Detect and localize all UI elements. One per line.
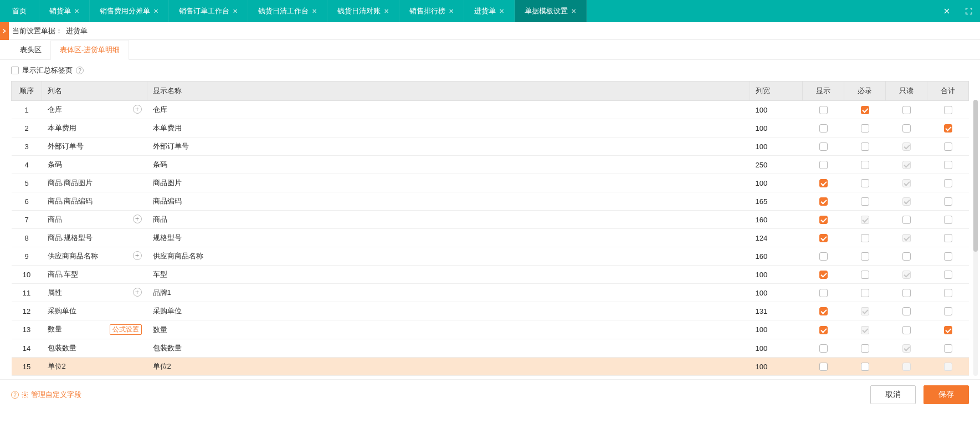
cell-width[interactable]: 100 xyxy=(750,358,803,376)
cell-display-name[interactable]: 商品图片 xyxy=(147,174,750,192)
checkbox[interactable] xyxy=(819,271,828,279)
checkbox[interactable] xyxy=(861,124,869,133)
cell-width[interactable]: 160 xyxy=(750,211,803,229)
cell-width[interactable]: 100 xyxy=(750,284,803,302)
cell-display-name[interactable]: 商品编码 xyxy=(147,192,750,211)
checkbox[interactable] xyxy=(861,142,869,151)
checkbox[interactable] xyxy=(819,363,828,371)
cell-width[interactable]: 100 xyxy=(750,339,803,358)
checkbox[interactable] xyxy=(819,161,828,169)
tab-4[interactable]: 钱货日清对账✕ xyxy=(327,0,399,22)
checkbox[interactable] xyxy=(944,106,952,114)
table-row[interactable]: 8商品.规格型号规格型号124 xyxy=(12,229,969,247)
add-icon[interactable]: + xyxy=(133,215,142,223)
checkbox[interactable] xyxy=(861,271,869,279)
tab-1[interactable]: 销售费用分摊单✕ xyxy=(90,0,169,22)
table-row[interactable]: 13数量公式设置数量100 xyxy=(12,320,969,339)
tab-6[interactable]: 进货单✕ xyxy=(464,0,515,22)
checkbox[interactable] xyxy=(944,326,952,334)
cell-width[interactable]: 160 xyxy=(750,247,803,266)
checkbox[interactable] xyxy=(902,197,911,206)
cell-width[interactable]: 100 xyxy=(750,101,803,119)
checkbox[interactable] xyxy=(902,326,911,334)
summary-tab-checkbox[interactable] xyxy=(11,67,19,74)
checkbox[interactable] xyxy=(861,252,869,261)
cell-display-name[interactable]: 供应商商品名称 xyxy=(147,247,750,266)
cell-display-name[interactable]: 品牌1 xyxy=(147,284,750,302)
table-row[interactable]: 3外部订单号外部订单号100 xyxy=(12,137,969,156)
checkbox[interactable] xyxy=(861,216,869,224)
checkbox[interactable] xyxy=(861,326,869,334)
cell-display-name[interactable]: 单位2 xyxy=(147,358,750,376)
checkbox[interactable] xyxy=(902,216,911,224)
th-sum[interactable]: 合计 xyxy=(927,81,969,101)
table-row[interactable]: 2本单费用本单费用100 xyxy=(12,119,969,137)
checkbox[interactable] xyxy=(861,363,869,371)
tab-home[interactable]: 首页 xyxy=(0,0,39,22)
tab-close-icon[interactable]: ✕ xyxy=(233,8,238,15)
tab-3[interactable]: 钱货日清工作台✕ xyxy=(248,0,327,22)
checkbox[interactable] xyxy=(902,289,911,297)
table-row[interactable]: 5商品.商品图片商品图片100 xyxy=(12,174,969,192)
table-scrollbar[interactable] xyxy=(973,100,978,376)
th-ro[interactable]: 只读 xyxy=(886,81,927,101)
checkbox[interactable] xyxy=(861,106,869,114)
table-row[interactable]: 10商品.车型车型100 xyxy=(12,266,969,284)
checkbox[interactable] xyxy=(861,234,869,242)
checkbox[interactable] xyxy=(902,106,911,114)
checkbox[interactable] xyxy=(819,234,828,242)
add-icon[interactable]: + xyxy=(133,105,142,114)
checkbox[interactable] xyxy=(902,252,911,261)
cell-width[interactable]: 131 xyxy=(750,302,803,320)
table-row[interactable]: 12采购单位采购单位131 xyxy=(12,302,969,320)
checkbox[interactable] xyxy=(819,344,828,353)
tab-close-icon[interactable]: ✕ xyxy=(384,8,389,15)
checkbox[interactable] xyxy=(819,326,828,334)
cell-width[interactable]: 124 xyxy=(750,229,803,247)
cell-display-name[interactable]: 商品 xyxy=(147,211,750,229)
table-row[interactable]: 9供应商商品名称+供应商商品名称160 xyxy=(12,247,969,266)
checkbox[interactable] xyxy=(944,289,952,297)
cell-width[interactable]: 250 xyxy=(750,156,803,174)
checkbox[interactable] xyxy=(819,289,828,297)
cell-width[interactable]: 100 xyxy=(750,119,803,137)
cell-display-name[interactable]: 规格型号 xyxy=(147,229,750,247)
cell-width[interactable]: 100 xyxy=(750,174,803,192)
tab-5[interactable]: 销售排行榜✕ xyxy=(399,0,464,22)
tab-close-icon[interactable]: ✕ xyxy=(571,8,576,15)
gear-icon[interactable] xyxy=(21,391,29,399)
checkbox[interactable] xyxy=(902,161,911,169)
cell-display-name[interactable]: 仓库 xyxy=(147,101,750,119)
tab-7[interactable]: 单据模板设置✕ xyxy=(515,0,587,22)
checkbox[interactable] xyxy=(944,142,952,151)
checkbox[interactable] xyxy=(902,234,911,242)
checkbox[interactable] xyxy=(944,271,952,279)
table-row[interactable]: 11属性+品牌1100 xyxy=(12,284,969,302)
checkbox[interactable] xyxy=(819,307,828,315)
add-icon[interactable]: + xyxy=(133,251,142,260)
checkbox[interactable] xyxy=(819,179,828,187)
checkbox[interactable] xyxy=(819,106,828,114)
summary-help-icon[interactable]: ? xyxy=(76,67,84,74)
cell-display-name[interactable]: 外部订单号 xyxy=(147,137,750,156)
cell-display-name[interactable]: 车型 xyxy=(147,266,750,284)
th-show[interactable]: 显示 xyxy=(803,81,844,101)
checkbox[interactable] xyxy=(944,179,952,187)
formula-tag[interactable]: 公式设置 xyxy=(110,324,142,335)
th-name[interactable]: 列名 xyxy=(42,81,147,101)
checkbox[interactable] xyxy=(819,216,828,224)
checkbox[interactable] xyxy=(944,252,952,261)
table-row[interactable]: 7商品+商品160 xyxy=(12,211,969,229)
checkbox[interactable] xyxy=(944,216,952,224)
cell-display-name[interactable]: 本单费用 xyxy=(147,119,750,137)
checkbox[interactable] xyxy=(861,344,869,353)
checkbox[interactable] xyxy=(902,344,911,353)
table-row[interactable]: 4条码条码250 xyxy=(12,156,969,174)
th-disp[interactable]: 显示名称 xyxy=(147,81,750,101)
checkbox[interactable] xyxy=(819,124,828,133)
checkbox[interactable] xyxy=(819,142,828,151)
scrollbar-thumb[interactable] xyxy=(973,100,978,252)
manage-custom-fields-link[interactable]: 管理自定义字段 xyxy=(31,390,81,400)
tab-2[interactable]: 销售订单工作台✕ xyxy=(169,0,248,22)
th-seq[interactable]: 顺序 xyxy=(12,81,42,101)
